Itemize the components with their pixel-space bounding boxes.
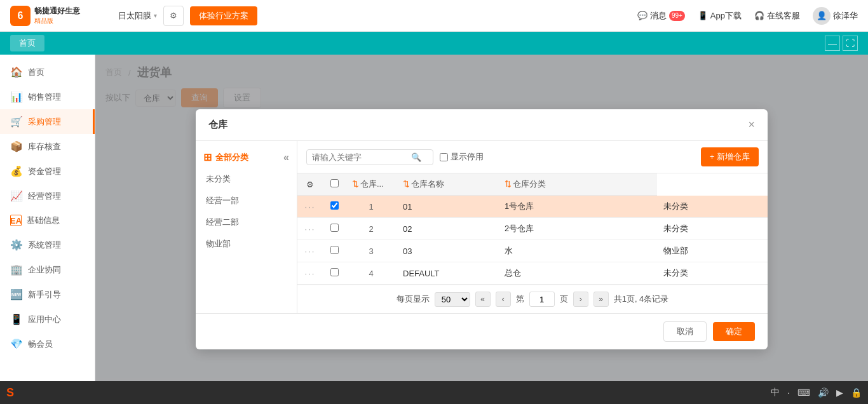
row-action[interactable]: ···: [297, 240, 323, 262]
category-item-unclassified[interactable]: 未分类: [196, 168, 297, 190]
store-selector[interactable]: 日太阳膜 ▾: [118, 10, 157, 22]
row-checkbox-cell[interactable]: [323, 196, 346, 218]
headset-icon: 🎧: [754, 11, 764, 20]
taskbar-play-icon[interactable]: ▶: [836, 387, 843, 398]
message-icon: 💬: [637, 11, 648, 20]
action-dots-icon[interactable]: ···: [305, 202, 316, 212]
sidebar-item-apps[interactable]: 📱 应用中心: [0, 307, 95, 332]
table-toolbar: 🔍 显示停用 + 新增仓库: [297, 141, 768, 173]
confirm-button[interactable]: 确定: [713, 322, 755, 341]
col-code-header[interactable]: ⇅仓库...: [346, 173, 397, 196]
trial-button[interactable]: 体验行业方案: [190, 6, 257, 25]
logo-text: 畅捷通好生意 精品版: [34, 6, 80, 25]
search-input[interactable]: [312, 152, 407, 162]
prev-page-button[interactable]: ‹: [496, 292, 511, 307]
row-number: 1: [346, 196, 397, 218]
taskbar-icon-zh[interactable]: 中: [771, 387, 780, 398]
maximize-button[interactable]: ⛶: [843, 36, 858, 51]
collapse-icon[interactable]: «: [283, 152, 289, 163]
row-name: 2号仓库: [498, 218, 657, 240]
select-all-checkbox[interactable]: [330, 179, 339, 187]
next-page-button[interactable]: ›: [573, 292, 588, 307]
sidebar-item-home[interactable]: 🏠 首页: [0, 60, 95, 84]
action-dots-icon[interactable]: ···: [305, 224, 316, 234]
user-info[interactable]: 👤 徐泽华: [813, 7, 858, 25]
row-number: 3: [346, 240, 397, 262]
vip-icon: 💎: [10, 338, 23, 350]
warehouse-modal: 仓库 × ⊞ 全部分类 « 未分类 经营一部 经营二部: [196, 109, 768, 349]
row-code: 03: [397, 240, 498, 262]
row-action[interactable]: ···: [297, 262, 323, 285]
sidebar-item-system[interactable]: ⚙️ 系统管理: [0, 232, 95, 257]
sort-icon: ⇅: [352, 179, 359, 189]
row-checkbox-cell[interactable]: [323, 262, 346, 285]
col-category-header[interactable]: ⇅仓库分类: [498, 173, 657, 196]
action-dots-icon[interactable]: ···: [305, 246, 316, 256]
sidebar-item-basic[interactable]: EA 基础信息: [0, 208, 95, 232]
action-dots-icon[interactable]: ···: [305, 269, 316, 278]
table-row[interactable]: ··· 4 DEFAULT 总仓 未分类: [297, 262, 768, 285]
customer-service-nav[interactable]: 🎧 在线客服: [754, 10, 800, 22]
row-checkbox[interactable]: [330, 246, 339, 254]
modal-title: 仓库: [208, 119, 227, 131]
page-size-select[interactable]: 50 100: [435, 292, 470, 307]
sidebar-item-vip[interactable]: 💎 畅会员: [0, 332, 95, 356]
row-checkbox[interactable]: [330, 201, 339, 210]
row-number: 4: [346, 262, 397, 285]
row-name: 水: [498, 240, 657, 262]
second-nav-home[interactable]: 首页: [10, 35, 44, 51]
main-content: 首页 / 进货单 按以下 仓库 查询 设置 仓库 ×: [95, 55, 868, 404]
taskbar-icons: 中 · ⌨ 🔊 ▶ 🔒: [771, 387, 862, 398]
settings-col-icon: ⚙: [306, 180, 314, 189]
first-page-button[interactable]: «: [475, 292, 491, 307]
row-name: 总仓: [498, 262, 657, 285]
finance-icon: 💰: [10, 165, 23, 177]
table-row[interactable]: ··· 1 01 1号仓库 未分类: [297, 196, 768, 218]
basic-icon: EA: [10, 215, 22, 226]
logo-area: 6 畅捷通好生意 精品版: [10, 6, 105, 26]
row-name: 1号仓库: [498, 196, 657, 218]
row-checkbox[interactable]: [330, 268, 339, 276]
row-code: DEFAULT: [397, 262, 498, 285]
messages-nav[interactable]: 💬 消息 99+: [637, 10, 685, 22]
search-icon[interactable]: 🔍: [411, 152, 421, 162]
second-nav: 首页 — ⛶: [0, 32, 868, 55]
table-row[interactable]: ··· 2 02 2号仓库 未分类: [297, 218, 768, 240]
row-checkbox-cell[interactable]: [323, 218, 346, 240]
row-checkbox[interactable]: [330, 224, 339, 232]
modal-close-button[interactable]: ×: [748, 118, 755, 131]
taskbar-lock-icon[interactable]: 🔒: [851, 387, 862, 398]
sidebar-item-purchase[interactable]: 🛒 采购管理: [0, 109, 95, 134]
app-download-nav[interactable]: 📱 App下载: [698, 10, 742, 22]
col-name-header[interactable]: ⇅仓库名称: [397, 173, 498, 196]
category-item-dept1[interactable]: 经营一部: [196, 190, 297, 212]
category-item-property[interactable]: 物业部: [196, 233, 297, 255]
row-category: 未分类: [657, 218, 768, 240]
row-checkbox-cell[interactable]: [323, 240, 346, 262]
sidebar-item-finance[interactable]: 💰 资金管理: [0, 159, 95, 184]
row-action[interactable]: ···: [297, 196, 323, 218]
sidebar-item-guide[interactable]: 🆕 新手引导: [0, 282, 95, 307]
last-page-button[interactable]: »: [593, 292, 609, 307]
cancel-button[interactable]: 取消: [663, 321, 707, 342]
show-disabled-toggle[interactable]: 显示停用: [440, 151, 484, 163]
sidebar-item-inventory[interactable]: 📦 库存核查: [0, 134, 95, 159]
taskbar-keyboard-icon[interactable]: ⌨: [797, 387, 810, 398]
all-categories-header[interactable]: ⊞ 全部分类 «: [196, 146, 297, 168]
taskbar-volume-icon[interactable]: 🔊: [818, 387, 829, 398]
add-warehouse-button[interactable]: + 新增仓库: [701, 147, 759, 166]
settings-button[interactable]: ⚙: [163, 6, 184, 26]
modal-overlay[interactable]: 仓库 × ⊞ 全部分类 « 未分类 经营一部 经营二部: [95, 55, 868, 404]
sidebar-item-enterprise[interactable]: 🏢 企业协同: [0, 257, 95, 282]
minimize-button[interactable]: —: [825, 36, 840, 51]
sort-icon2: ⇅: [403, 179, 410, 189]
sidebar-item-operations[interactable]: 📈 经营管理: [0, 184, 95, 208]
row-category: 未分类: [657, 196, 768, 218]
category-item-dept2[interactable]: 经营二部: [196, 212, 297, 233]
sidebar-item-sales[interactable]: 📊 销售管理: [0, 84, 95, 109]
show-disabled-checkbox[interactable]: [440, 153, 448, 161]
table-header-row: ⚙ ⇅仓库... ⇅仓库名称: [297, 173, 768, 196]
table-row[interactable]: ··· 3 03 水 物业部: [297, 240, 768, 262]
row-action[interactable]: ···: [297, 218, 323, 240]
page-number-input[interactable]: [529, 292, 555, 307]
